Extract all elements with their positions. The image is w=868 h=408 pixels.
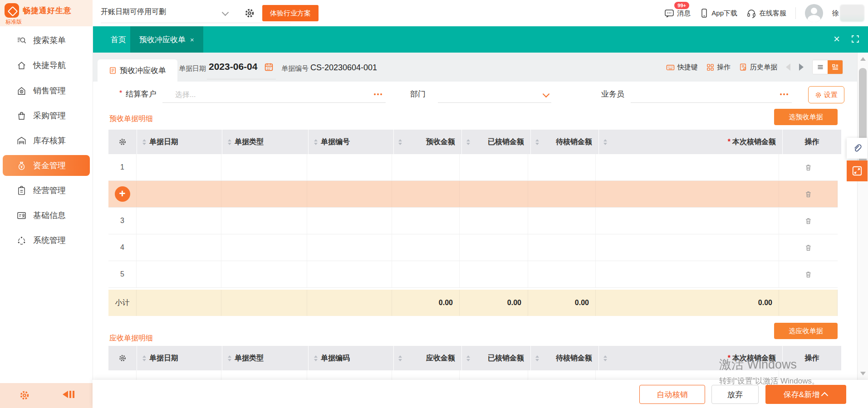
cell-prepaid-amount[interactable] bbox=[392, 234, 460, 261]
cell-current-writeoff[interactable] bbox=[596, 234, 779, 261]
online-support-button[interactable]: 在线客服 bbox=[746, 8, 786, 18]
sort-arrows[interactable] bbox=[466, 355, 470, 361]
cell-writtenoff-amount[interactable] bbox=[460, 208, 528, 234]
cell-current-writeoff[interactable] bbox=[596, 208, 779, 234]
customer-picker-ellipsis-icon[interactable] bbox=[374, 93, 382, 95]
tab-prepaid-writeoff[interactable]: 预收冲应收单 × bbox=[130, 26, 203, 53]
cell-doc-date[interactable] bbox=[137, 181, 221, 207]
sort-arrows[interactable] bbox=[398, 355, 402, 361]
delete-row-icon[interactable] bbox=[804, 244, 812, 252]
fullscreen-corners-icon[interactable] bbox=[851, 34, 860, 44]
cell-current-writeoff[interactable] bbox=[596, 181, 779, 207]
cell-doc-no[interactable] bbox=[307, 234, 392, 261]
cell-doc-type[interactable] bbox=[221, 154, 307, 180]
cell-prepaid-amount[interactable] bbox=[392, 181, 460, 207]
cell-pending-amount[interactable] bbox=[528, 208, 596, 234]
delete-row-icon[interactable] bbox=[804, 271, 812, 278]
sort-arrows[interactable] bbox=[603, 139, 607, 145]
doc-date-value[interactable]: 2023-06-04 bbox=[209, 61, 257, 72]
sort-arrows[interactable] bbox=[142, 139, 146, 145]
collapse-sidebar-icon[interactable] bbox=[63, 391, 74, 398]
sort-arrows[interactable] bbox=[535, 139, 539, 145]
select-prepaid-docs-button[interactable]: 选预收单据 bbox=[774, 109, 838, 125]
discard-button[interactable]: 放弃 bbox=[711, 385, 759, 404]
cell-writtenoff-amount[interactable] bbox=[460, 234, 528, 261]
sort-arrows[interactable] bbox=[314, 139, 318, 145]
cell-writtenoff-amount[interactable] bbox=[460, 261, 528, 287]
auto-writeoff-button[interactable]: 自动核销 bbox=[639, 385, 705, 404]
sidebar-item-system[interactable]: 系统管理 bbox=[3, 230, 90, 251]
cell-prepaid-amount[interactable] bbox=[392, 208, 460, 234]
next-doc-arrow[interactable] bbox=[799, 63, 804, 71]
cell-prepaid-amount[interactable] bbox=[392, 261, 460, 287]
cell-doc-type[interactable] bbox=[221, 208, 307, 234]
operations-button[interactable]: 操作 bbox=[706, 63, 731, 72]
sort-arrows[interactable] bbox=[398, 139, 402, 145]
sort-arrows[interactable] bbox=[535, 355, 539, 361]
messages-button[interactable]: 消息 99+ bbox=[664, 8, 691, 18]
link-tool-button[interactable] bbox=[847, 138, 868, 159]
shortcut-keys-button[interactable]: 快捷键 bbox=[666, 63, 698, 72]
username[interactable]: 徐 bbox=[832, 5, 864, 22]
cell-prepaid-amount[interactable] bbox=[392, 154, 460, 180]
form-settings-button[interactable]: 设置 bbox=[808, 86, 844, 103]
cell-doc-no[interactable] bbox=[307, 154, 392, 180]
cell-writtenoff-amount[interactable] bbox=[460, 154, 528, 180]
sort-arrows[interactable] bbox=[466, 139, 470, 145]
sidebar-item-inventory[interactable]: 库存核算 bbox=[3, 130, 90, 151]
cell-doc-no[interactable] bbox=[307, 181, 392, 207]
sidebar-item-operations[interactable]: 经营管理 bbox=[3, 180, 90, 201]
cell-doc-type[interactable] bbox=[221, 261, 307, 287]
department-chevron-icon[interactable] bbox=[543, 91, 550, 98]
sidebar-settings-gear-icon[interactable] bbox=[19, 390, 30, 403]
cell-doc-date[interactable] bbox=[137, 234, 221, 261]
column-settings-gear-icon[interactable] bbox=[108, 138, 137, 146]
fullscreen-tool-button[interactable] bbox=[847, 160, 868, 181]
department-field[interactable] bbox=[438, 87, 551, 103]
vertical-scrollbar[interactable] bbox=[857, 53, 868, 380]
cell-current-writeoff[interactable] bbox=[596, 154, 779, 180]
cell-doc-date[interactable] bbox=[137, 154, 221, 180]
column-settings-gear-icon[interactable] bbox=[108, 354, 137, 362]
cell-doc-type[interactable] bbox=[221, 234, 307, 261]
cell-pending-amount[interactable] bbox=[528, 181, 596, 207]
history-docs-button[interactable]: 历史单据 bbox=[739, 63, 777, 72]
cell-doc-no[interactable] bbox=[307, 208, 392, 234]
delete-row-icon[interactable] bbox=[804, 190, 812, 198]
prev-doc-arrow[interactable] bbox=[786, 63, 790, 71]
list-view-toggle[interactable] bbox=[813, 60, 828, 74]
save-and-new-button[interactable]: 保存&新增 bbox=[765, 385, 846, 404]
sort-arrows[interactable] bbox=[142, 355, 146, 361]
sidebar-item-base-info[interactable]: 基础信息 bbox=[3, 205, 90, 226]
add-row-button[interactable]: + bbox=[115, 186, 130, 202]
document-type-tab[interactable]: 预收冲应收单 bbox=[98, 59, 177, 82]
sort-arrows[interactable] bbox=[228, 355, 231, 361]
calendar-icon[interactable] bbox=[264, 62, 274, 73]
close-tab-icon[interactable]: × bbox=[190, 36, 194, 44]
cell-writtenoff-amount[interactable] bbox=[460, 181, 528, 207]
industry-solution-button[interactable]: 体验行业方案 bbox=[262, 5, 319, 21]
sidebar-item-purchase[interactable]: 采购管理 bbox=[3, 105, 90, 126]
salesman-field[interactable] bbox=[631, 87, 792, 103]
avatar[interactable] bbox=[805, 4, 823, 22]
delete-row-icon[interactable] bbox=[804, 217, 812, 225]
sort-arrows[interactable] bbox=[314, 355, 318, 361]
delete-row-icon[interactable] bbox=[804, 164, 812, 171]
cell-doc-date[interactable] bbox=[137, 261, 221, 287]
settle-customer-field[interactable]: 选择... bbox=[162, 87, 386, 103]
cell-pending-amount[interactable] bbox=[528, 261, 596, 287]
cell-doc-date[interactable] bbox=[137, 208, 221, 234]
sidebar-item-sales[interactable]: 销售管理 bbox=[3, 80, 90, 101]
sidebar-item-search-menu[interactable]: 搜索菜单 bbox=[3, 30, 90, 51]
close-window-icon[interactable]: × bbox=[834, 33, 840, 45]
sort-arrows[interactable] bbox=[228, 139, 231, 145]
app-download-button[interactable]: App下载 bbox=[700, 8, 737, 18]
cell-pending-amount[interactable] bbox=[528, 234, 596, 261]
account-settings-gear-icon[interactable] bbox=[244, 8, 255, 19]
scroll-up-arrow[interactable] bbox=[860, 57, 866, 61]
sidebar-item-quick-nav[interactable]: 快捷导航 bbox=[3, 55, 90, 76]
cell-current-writeoff[interactable] bbox=[596, 261, 779, 287]
cell-pending-amount[interactable] bbox=[528, 154, 596, 180]
card-view-toggle[interactable] bbox=[828, 60, 843, 74]
scroll-down-arrow[interactable] bbox=[860, 372, 866, 375]
